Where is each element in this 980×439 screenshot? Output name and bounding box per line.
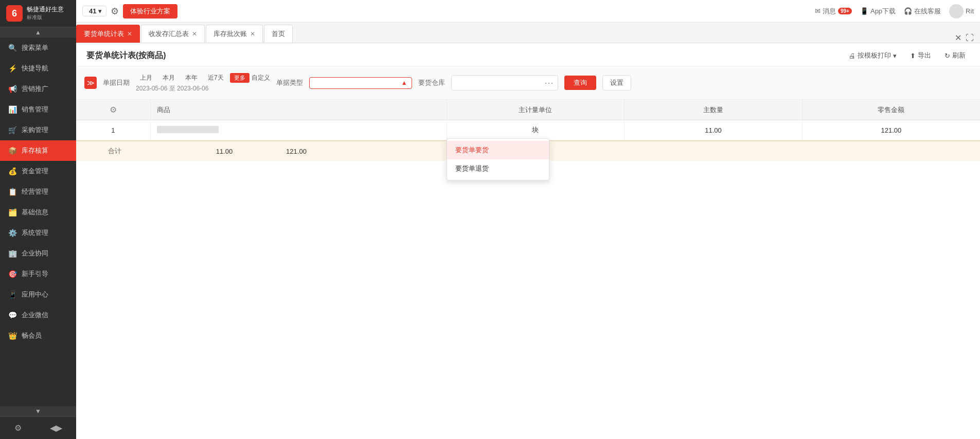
date-group: 上月 本月 本年 近7天 更多 自定义 2023-05-06 至 2023-06… (136, 72, 270, 93)
sidebar-item-label-finance: 资金管理 (22, 167, 48, 176)
message-icon: ✉ (815, 7, 821, 15)
filter-area: ≫ 单据日期 上月 本月 本年 近7天 更多 自定义 2023-05-06 至 … (76, 66, 980, 100)
sidebar-item-operations[interactable]: 📋经营管理 (0, 181, 76, 202)
this-year-btn[interactable]: 本年 (181, 72, 202, 83)
export-icon: ⬆ (910, 52, 916, 60)
wechat-icon: 💬 (7, 310, 17, 320)
warehouse-filter-input[interactable] (456, 79, 542, 87)
type-filter-input[interactable] (314, 79, 401, 87)
footer-amount: 121.00 (265, 148, 327, 155)
refresh-btn[interactable]: ↻ 刷新 (940, 49, 970, 62)
table-settings-icon[interactable]: ⚙ (110, 105, 117, 114)
tab-close-inventory-batch[interactable]: ✕ (250, 30, 255, 38)
sidebar-item-enterprise[interactable]: 🏢企业协同 (0, 243, 76, 264)
sidebar-scroll-down[interactable]: ▼ (0, 406, 76, 416)
sidebar-item-search[interactable]: 🔍搜索菜单 (0, 38, 76, 58)
dropdown-item-requisition[interactable]: 要货单要货 (447, 141, 549, 159)
tab-close-order-stats[interactable]: ✕ (127, 30, 132, 38)
sidebar-item-label-search: 搜索菜单 (22, 43, 48, 52)
member-icon: 👑 (7, 331, 17, 341)
sidebar-item-label-operations: 经营管理 (22, 187, 48, 196)
warehouse-more-icon[interactable]: ⋯ (544, 77, 554, 88)
last-7days-btn[interactable]: 近7天 (204, 72, 228, 83)
sidebar-bottom: ⚙ ◀▶ (0, 416, 76, 439)
sidebar-item-label-guide: 新手引导 (22, 269, 48, 279)
query-btn[interactable]: 查询 (564, 76, 596, 90)
page-title: 要货单统计表(按商品) (86, 50, 166, 61)
header-settings-icon[interactable]: ⚙ (111, 6, 119, 17)
sidebar-item-finance[interactable]: 💰资金管理 (0, 161, 76, 181)
filter-expand-btn[interactable]: ≫ (84, 77, 97, 89)
sidebar-item-member[interactable]: 👑畅会员 (0, 325, 76, 346)
warehouse-filter-label: 要货仓库 (418, 78, 445, 87)
tab-receipt-summary[interactable]: 收发存汇总表✕ (141, 25, 205, 43)
finance-icon: 💰 (7, 166, 17, 176)
custom-date-btn[interactable]: 自定义 (252, 74, 270, 82)
messages-badge: 99+ (838, 8, 852, 14)
sidebar-item-label-member: 畅会员 (22, 331, 42, 340)
filter-settings-btn[interactable]: 设置 (602, 75, 631, 90)
sidebar-item-guide[interactable]: 🎯新手引导 (0, 264, 76, 284)
app-logo-icon: 6 (6, 5, 23, 22)
headset-icon: 🎧 (904, 7, 912, 15)
sidebar-item-inventory[interactable]: 📦库存核算 (0, 140, 76, 161)
trial-btn[interactable]: 体验行业方案 (123, 4, 177, 19)
tab-order-stats[interactable]: 要货单统计表✕ (76, 25, 140, 43)
tab-close-all[interactable]: ✕ (955, 33, 961, 43)
cell-amount-0: 121.00 (802, 120, 980, 140)
store-selector[interactable]: 41 ▾ (82, 6, 106, 16)
col-qty-header: 主数量 (625, 100, 803, 120)
sidebar-item-basic[interactable]: 🗂️基础信息 (0, 202, 76, 223)
warehouse-filter-container: ⋯ (451, 75, 558, 90)
sales-icon: 📊 (7, 104, 17, 115)
quick-nav-icon: ⚡ (7, 63, 17, 74)
table-container: ⚙ 商品 主计量单位 主数量 零售金额 1 块 11.00 121.00 (76, 100, 980, 140)
app-download-label: App下载 (870, 7, 896, 16)
tab-label-order-stats: 要货单统计表 (84, 29, 124, 39)
sidebar-item-system[interactable]: ⚙️系统管理 (0, 223, 76, 243)
refresh-label: 刷新 (952, 51, 966, 60)
last-month-btn[interactable]: 上月 (136, 72, 156, 83)
top-header: 41 ▾ ⚙ 体验行业方案 ✉ 消息 99+ 📱 App下载 🎧 在线客服 R (76, 0, 980, 23)
sidebar-collapse-btn[interactable]: ◀▶ (46, 421, 66, 435)
cell-index-0: 1 (76, 120, 150, 140)
sidebar-scroll-up[interactable]: ▲ (0, 27, 76, 38)
tab-inventory-batch[interactable]: 库存批次账✕ (206, 25, 263, 43)
tab-label-receipt-summary: 收发存汇总表 (149, 29, 189, 39)
online-service-btn[interactable]: 🎧 在线客服 (904, 7, 941, 16)
col-unit-header: 主计量单位 (447, 100, 625, 120)
sidebar-item-sales[interactable]: 📊销售管理 (0, 99, 76, 120)
print-icon: 🖨 (849, 52, 856, 60)
header-right: ✉ 消息 99+ 📱 App下载 🎧 在线客服 Rit (815, 4, 974, 19)
tab-home[interactable]: 首页 (264, 25, 293, 43)
print-btn[interactable]: 🖨 按模板打印 ▾ (845, 49, 901, 62)
export-btn[interactable]: ⬆ 导出 (906, 49, 935, 62)
sidebar-item-purchase[interactable]: 🛒采购管理 (0, 120, 76, 140)
sidebar-item-marketing[interactable]: 📢营销推广 (0, 79, 76, 99)
date-shortcuts: 上月 本月 本年 近7天 更多 自定义 (136, 72, 270, 83)
tabs-right-actions: ✕ ⛶ (949, 33, 980, 43)
tab-close-receipt-summary[interactable]: ✕ (192, 30, 197, 38)
app-download-btn[interactable]: 📱 App下载 (860, 7, 896, 16)
cell-qty-0: 11.00 (625, 120, 803, 140)
col-product-header: 商品 (150, 100, 447, 120)
this-month-btn[interactable]: 本月 (158, 72, 179, 83)
sidebar-settings-btn[interactable]: ⚙ (10, 421, 26, 435)
sidebar-nav: 🔍搜索菜单⚡快捷导航📢营销推广📊销售管理🛒采购管理📦库存核算💰资金管理📋经营管理… (0, 38, 76, 406)
page-actions: 🖨 按模板打印 ▾ ⬆ 导出 ↻ 刷新 (845, 49, 970, 62)
sidebar-item-app-center[interactable]: 📱应用中心 (0, 284, 76, 305)
user-name: Rit (966, 7, 974, 15)
more-dates-btn[interactable]: 更多 (230, 73, 250, 83)
messages-btn[interactable]: ✉ 消息 99+ (815, 7, 852, 16)
user-profile[interactable]: Rit (949, 4, 974, 19)
sidebar-item-label-enterprise: 企业协同 (22, 249, 48, 258)
sidebar-item-label-purchase: 采购管理 (22, 125, 48, 135)
sidebar-item-label-quick-nav: 快捷导航 (22, 64, 48, 73)
type-filter-chevron-icon[interactable]: ▲ (401, 79, 407, 86)
sidebar-item-quick-nav[interactable]: ⚡快捷导航 (0, 58, 76, 79)
main-area: 41 ▾ ⚙ 体验行业方案 ✉ 消息 99+ 📱 App下载 🎧 在线客服 R (76, 0, 980, 439)
sidebar-item-wechat[interactable]: 💬企业微信 (0, 305, 76, 325)
tab-expand[interactable]: ⛶ (966, 33, 974, 43)
footer-label: 合计 (82, 147, 121, 156)
dropdown-item-return[interactable]: 要货单退货 (447, 159, 549, 178)
